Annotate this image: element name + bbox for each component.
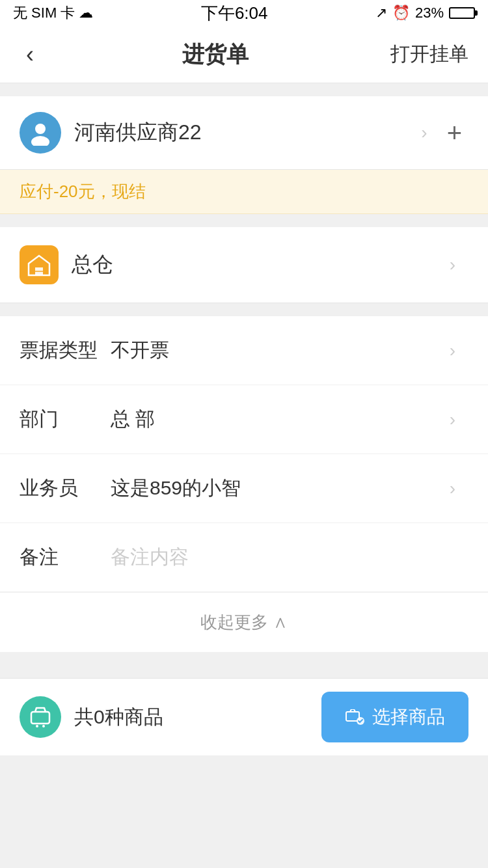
product-cart-svg <box>29 705 52 729</box>
product-count-label: 共0种商品 <box>74 704 321 731</box>
warehouse-chevron-icon: › <box>450 254 455 275</box>
ticket-type-chevron-icon: › <box>450 340 455 361</box>
svg-point-5 <box>42 725 45 727</box>
status-bar: 无 SIM 卡 ☁ 下午6:04 ↗ ⏰ 23% <box>0 0 488 26</box>
staff-label: 业务员 <box>20 475 111 502</box>
battery-percent: 23% <box>415 5 444 21</box>
nav-bar: ‹ 进货单 打开挂单 <box>0 26 488 83</box>
warehouse-svg-icon <box>27 253 51 277</box>
add-supplier-button[interactable]: + <box>441 118 468 148</box>
department-row[interactable]: 部门 总 部 › <box>0 385 488 454</box>
supplier-alert: 应付-20元，现结 <box>0 170 488 214</box>
ticket-type-value: 不开票 <box>111 337 450 364</box>
form-section: 票据类型 不开票 › 部门 总 部 › 业务员 这是859的小智 › 备注 备注… <box>0 316 488 652</box>
select-product-btn-label: 选择商品 <box>372 705 445 729</box>
warehouse-row[interactable]: 总仓 › <box>0 227 488 303</box>
remark-row[interactable]: 备注 备注内容 <box>0 523 488 592</box>
ticket-type-label: 票据类型 <box>20 337 111 364</box>
warehouse-icon <box>20 245 59 284</box>
staff-row[interactable]: 业务员 这是859的小智 › <box>0 454 488 523</box>
sim-label: 无 SIM 卡 ☁ <box>13 3 93 23</box>
collapse-button[interactable]: 收起更多 ∧ <box>0 592 488 652</box>
section-divider-2 <box>0 214 488 227</box>
department-label: 部门 <box>20 406 111 433</box>
section-divider-3 <box>0 652 488 665</box>
supplier-chevron-icon: › <box>421 122 427 143</box>
open-pending-button[interactable]: 打开挂单 <box>390 41 468 68</box>
ticket-type-row[interactable]: 票据类型 不开票 › <box>0 316 488 385</box>
svg-rect-3 <box>31 712 49 724</box>
location-icon: ↗ <box>375 5 387 21</box>
battery-icon <box>449 7 475 19</box>
department-chevron-icon: › <box>450 409 455 430</box>
svg-point-1 <box>31 136 49 146</box>
select-product-icon <box>345 709 364 725</box>
staff-value: 这是859的小智 <box>111 475 450 502</box>
content-area <box>0 755 488 868</box>
supplier-row[interactable]: 河南供应商22 › + <box>0 96 488 170</box>
remark-placeholder[interactable]: 备注内容 <box>111 544 468 571</box>
bottom-bar: 共0种商品 选择商品 <box>0 678 488 755</box>
supplier-avatar <box>20 112 61 154</box>
section-divider-1 <box>0 83 488 96</box>
status-right: ↗ ⏰ 23% <box>375 5 475 21</box>
supplier-avatar-icon <box>27 120 53 146</box>
svg-point-4 <box>36 725 38 727</box>
supplier-section: 河南供应商22 › + 应付-20元，现结 <box>0 96 488 214</box>
status-time: 下午6:04 <box>201 2 268 25</box>
product-icon <box>20 696 61 738</box>
remark-label: 备注 <box>20 544 111 571</box>
supplier-name: 河南供应商22 <box>74 118 421 147</box>
staff-chevron-icon: › <box>450 478 455 499</box>
page-title: 进货单 <box>182 40 249 70</box>
department-value: 总 部 <box>111 406 450 433</box>
alarm-icon: ⏰ <box>392 5 410 21</box>
warehouse-name: 总仓 <box>72 251 450 279</box>
svg-point-0 <box>35 124 46 134</box>
back-button[interactable]: ‹ <box>20 34 40 75</box>
status-left: 无 SIM 卡 ☁ <box>13 3 93 23</box>
select-product-button[interactable]: 选择商品 <box>321 692 468 742</box>
